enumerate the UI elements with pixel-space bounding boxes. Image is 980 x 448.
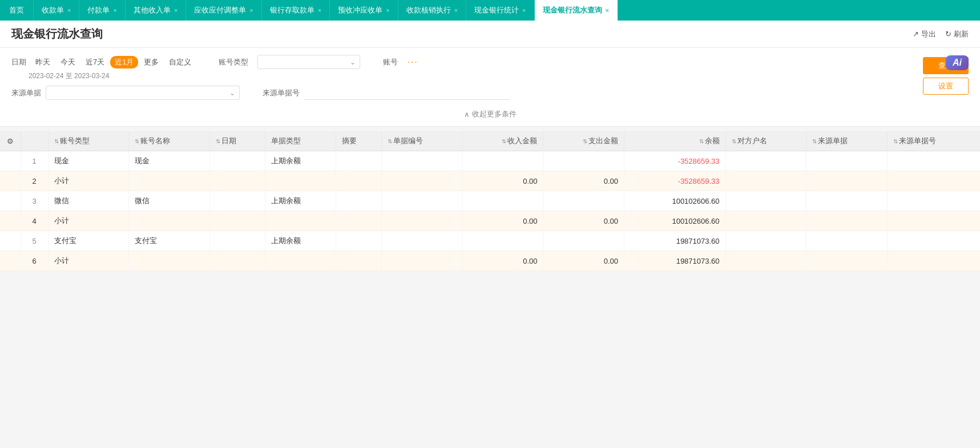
row-account-name xyxy=(129,211,210,231)
table-row[interactable]: 3 微信 微信 上期余额 100102606.60 xyxy=(0,191,980,211)
row-source-doc xyxy=(806,251,888,271)
source-doc-select[interactable] xyxy=(46,86,240,100)
th-account-type[interactable]: ⇅账号类型 xyxy=(48,131,129,151)
nav-tab-应收应付调整单[interactable]: 应收应付调整单 × xyxy=(186,0,261,21)
collapse-up-icon: ∧ xyxy=(464,110,470,119)
table-row[interactable]: 1 现金 现金 上期余额 -3528659.33 xyxy=(0,151,980,171)
collapse-button[interactable]: ∧ 收起更多条件 xyxy=(11,106,969,124)
close-icon[interactable]: × xyxy=(67,7,71,14)
account-type-select-wrapper xyxy=(257,55,360,69)
nav-home[interactable]: 首页 xyxy=(0,0,34,21)
nav-tab-收款单[interactable]: 收款单 × xyxy=(34,0,79,21)
th-doc-type: 单据类型 xyxy=(265,131,336,151)
row-num-cell: 1 xyxy=(21,151,48,171)
close-icon[interactable]: × xyxy=(318,7,321,14)
table-row[interactable]: 5 支付宝 支付宝 上期余额 19871073.60 xyxy=(0,231,980,251)
ai-badge: Ai xyxy=(946,55,969,70)
row-doc-no xyxy=(382,251,463,271)
table-row[interactable]: 6 小计 0.00 0.00 19871073.60 xyxy=(0,251,980,271)
row-counterpart xyxy=(725,211,806,231)
row-summary xyxy=(336,231,382,251)
row-source-doc xyxy=(806,171,888,191)
th-doc-no[interactable]: ⇅单据编号 xyxy=(382,131,463,151)
row-counterpart xyxy=(725,191,806,211)
date-btn-custom[interactable]: 自定义 xyxy=(164,56,196,68)
th-balance[interactable]: ⇅余额 xyxy=(624,131,726,151)
nav-tab-付款单[interactable]: 付款单 × xyxy=(79,0,125,21)
row-account-type: 现金 xyxy=(48,151,129,171)
account-dots-button[interactable]: ··· xyxy=(407,57,418,67)
nav-tab-预收冲应收单[interactable]: 预收冲应收单 × xyxy=(330,0,398,21)
close-icon[interactable]: × xyxy=(386,7,389,14)
row-doc-type: 上期余额 xyxy=(265,191,336,211)
row-counterpart xyxy=(725,151,806,171)
date-btn-yesterday[interactable]: 昨天 xyxy=(31,56,55,68)
row-settings-cell xyxy=(0,151,21,171)
close-icon[interactable]: × xyxy=(606,7,609,14)
refresh-button[interactable]: ↻ 刷新 xyxy=(945,29,969,39)
th-settings[interactable]: ⚙ xyxy=(0,131,21,151)
header-actions: ↗ 导出 ↻ 刷新 xyxy=(913,29,969,39)
close-icon[interactable]: × xyxy=(522,7,526,14)
data-table: ⚙ ⇅账号类型 ⇅账号名称 ⇅日期 单据类型 摘要 ⇅单据编号 ⇅收入金额 ⇅支… xyxy=(0,131,980,271)
top-navigation: 首页 收款单 × 付款单 × 其他收入单 × 应收应付调整单 × 银行存取款单 … xyxy=(0,0,980,21)
row-num-cell: 3 xyxy=(21,191,48,211)
row-summary xyxy=(336,171,382,191)
close-icon[interactable]: × xyxy=(454,7,458,14)
refresh-icon: ↻ xyxy=(945,30,951,38)
account-type-select[interactable] xyxy=(257,55,360,69)
row-balance: -3528659.33 xyxy=(624,151,726,171)
settings-button[interactable]: 设置 xyxy=(923,78,969,95)
th-date[interactable]: ⇅日期 xyxy=(209,131,265,151)
close-icon[interactable]: × xyxy=(174,7,178,14)
date-btn-7days[interactable]: 近7天 xyxy=(81,56,109,68)
th-summary: 摘要 xyxy=(336,131,382,151)
th-source-doc-no[interactable]: ⇅来源单据号 xyxy=(887,131,980,151)
export-button[interactable]: ↗ 导出 xyxy=(913,29,936,39)
row-source-doc-no xyxy=(887,231,980,251)
nav-tab-收款核销执行[interactable]: 收款核销执行 × xyxy=(398,0,466,21)
row-source-doc xyxy=(806,191,888,211)
close-icon[interactable]: × xyxy=(249,7,253,14)
row-doc-type xyxy=(265,251,336,271)
nav-tab-现金银行统计[interactable]: 现金银行统计 × xyxy=(466,0,534,21)
date-btn-more[interactable]: 更多 xyxy=(139,56,163,68)
row-settings-cell xyxy=(0,211,21,231)
row-expense: 0.00 xyxy=(543,211,624,231)
row-income: 0.00 xyxy=(462,251,543,271)
nav-tab-银行存取款单[interactable]: 银行存取款单 × xyxy=(262,0,330,21)
row-source-doc-no xyxy=(887,151,980,171)
th-expense[interactable]: ⇅支出金额 xyxy=(543,131,624,151)
row-source-doc-no xyxy=(887,191,980,211)
row-num-cell: 6 xyxy=(21,251,48,271)
table-row[interactable]: 4 小计 0.00 0.00 100102606.60 xyxy=(0,211,980,231)
row-income xyxy=(462,151,543,171)
row-balance: -3528659.33 xyxy=(624,171,726,191)
row-doc-type: 上期余额 xyxy=(265,231,336,251)
row-doc-type xyxy=(265,171,336,191)
nav-tab-现金银行流水查询[interactable]: 现金银行流水查询 × xyxy=(535,0,618,21)
date-btn-today[interactable]: 今天 xyxy=(56,56,80,68)
source-doc-num-input[interactable] xyxy=(304,86,510,100)
nav-tab-其他收入单[interactable]: 其他收入单 × xyxy=(126,0,186,21)
date-btn-1month[interactable]: 近1月 xyxy=(110,56,138,68)
row-income xyxy=(462,231,543,251)
export-icon: ↗ xyxy=(913,30,919,38)
th-income[interactable]: ⇅收入金额 xyxy=(462,131,543,151)
th-rownum xyxy=(21,131,48,151)
th-source-doc[interactable]: ⇅来源单据 xyxy=(806,131,888,151)
row-date xyxy=(209,231,265,251)
row-settings-cell xyxy=(0,191,21,211)
row-summary xyxy=(336,251,382,271)
table-row[interactable]: 2 小计 0.00 0.00 -3528659.33 xyxy=(0,171,980,191)
row-num-cell: 5 xyxy=(21,231,48,251)
th-account-name[interactable]: ⇅账号名称 xyxy=(129,131,210,151)
close-icon[interactable]: × xyxy=(113,7,116,14)
row-income: 0.00 xyxy=(462,211,543,231)
row-expense xyxy=(543,231,624,251)
row-account-name: 微信 xyxy=(129,191,210,211)
row-account-type: 小计 xyxy=(48,211,129,231)
row-balance: 19871073.60 xyxy=(624,251,726,271)
row-account-type: 支付宝 xyxy=(48,231,129,251)
th-counterpart[interactable]: ⇅对方户名 xyxy=(725,131,806,151)
